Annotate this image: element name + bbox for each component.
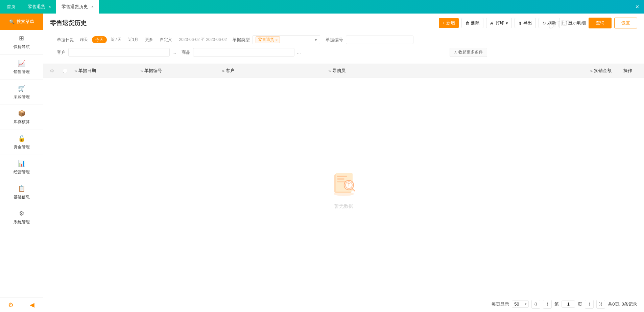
collapse-icon: ∧ <box>454 50 457 55</box>
fund-mgmt-icon: 🔒 <box>18 135 25 142</box>
tab-retail-return-history-close[interactable]: × <box>91 5 93 9</box>
system-mgmt-icon: ⚙ <box>19 210 24 217</box>
tab-retail-return-close[interactable]: × <box>49 5 51 9</box>
window-close-button[interactable]: × <box>630 0 644 14</box>
ops-mgmt-icon: 📊 <box>18 160 25 167</box>
date-option-today[interactable]: 今天 <box>92 36 107 43</box>
bill-type-dropdown-icon[interactable]: ▾ <box>315 37 317 42</box>
table-col-action: 操作 <box>614 68 641 74</box>
page-header: 零售退货历史 + 新增 🗑 删除 🖨 打印 ▾ ⬆ 导出 <box>43 14 644 64</box>
sidebar-settings-button[interactable]: ⚙ <box>0 297 22 312</box>
table-area: ⚙ ⇅ 单据日期 ⇅ 单据编号 ⇅ 客户 ⇅ 导购员 <box>43 64 644 296</box>
show-detail-checkbox[interactable] <box>563 21 567 25</box>
date-options: 昨天 今天 近7天 近1月 更多 自定义 <box>77 36 175 43</box>
basic-info-icon: 📋 <box>18 185 25 192</box>
sort-bill-no-icon[interactable]: ⇅ <box>140 69 143 73</box>
export-button[interactable]: ⬆ 导出 <box>515 18 536 28</box>
tab-home[interactable]: 首页 <box>0 0 22 14</box>
tab-list: 首页 零售退货 × 零售退货历史 × <box>0 0 630 14</box>
sidebar-collapse-button[interactable]: ◀ <box>22 297 43 312</box>
sidebar-item-fund-mgmt-label: 资金管理 <box>14 144 30 150</box>
filter-bill-type: 单据类型 零售退货 × ▾ <box>232 35 320 44</box>
goods-ellipsis[interactable]: ... <box>297 50 301 55</box>
show-detail-checkbox-label[interactable]: 显示明细 <box>563 20 586 26</box>
purchase-mgmt-icon: 🛒 <box>18 85 25 92</box>
total-info: 共0页, 0条记录 <box>608 301 637 307</box>
date-option-7days[interactable]: 近7天 <box>108 36 124 43</box>
sidebar-item-quick-nav[interactable]: ⊞ 快捷导航 <box>0 30 43 55</box>
select-all-checkbox[interactable] <box>63 69 67 73</box>
tab-home-label: 首页 <box>7 4 16 10</box>
sidebar-item-fund-mgmt[interactable]: 🔒 资金管理 <box>0 130 43 155</box>
date-option-custom[interactable]: 自定义 <box>157 36 175 43</box>
date-option-more[interactable]: 更多 <box>142 36 156 43</box>
filter-bill-no: 单据编号 <box>326 36 413 44</box>
table-col-date: ⇅ 单据日期 <box>72 68 138 74</box>
show-detail-label: 显示明细 <box>568 20 586 26</box>
table-col-customer: ⇅ 客户 <box>219 68 326 74</box>
print-button[interactable]: 🖨 打印 ▾ <box>486 18 512 28</box>
sidebar-item-ops-mgmt[interactable]: 📊 经营管理 <box>0 155 43 180</box>
sales-mgmt-icon: 📈 <box>18 60 25 67</box>
sidebar-item-inventory-calc[interactable]: 📦 库存核算 <box>0 105 43 130</box>
filter-row-1: 单据日期 昨天 今天 近7天 近1月 更多 自定义 2023-06-02 至 2… <box>57 35 630 44</box>
delete-button[interactable]: 🗑 删除 <box>461 18 483 28</box>
page-number-input[interactable] <box>562 300 575 308</box>
date-range-display: 2023-06-02 至 2023-06-02 <box>179 37 226 43</box>
last-page-button[interactable]: ⟩⟩ <box>596 300 605 309</box>
table-col-bill-no: ⇅ 单据编号 <box>138 68 219 74</box>
sidebar-item-system-mgmt[interactable]: ⚙ 系统管理 <box>0 205 43 230</box>
sidebar: 🔍 搜索菜单 ⊞ 快捷导航 📈 销售管理 🛒 采购管理 📦 库存核算 🔒 资金管… <box>0 14 43 312</box>
per-page-select[interactable]: 10 20 50 100 <box>512 300 529 308</box>
prev-page-button[interactable]: ⟨ <box>543 300 552 309</box>
filter-row-2: 客户 ... 商品 ... ∧ 收起更多条件 <box>57 48 630 57</box>
date-option-1month[interactable]: 近1月 <box>125 36 141 43</box>
refresh-button[interactable]: ↻ 刷新 <box>539 18 560 28</box>
content-area: 零售退货历史 + 新增 🗑 删除 🖨 打印 ▾ ⬆ 导出 <box>43 14 644 312</box>
collapse-label: 收起更多条件 <box>458 49 483 55</box>
table-col-checkbox[interactable] <box>58 69 72 73</box>
empty-illustration <box>327 164 361 198</box>
customer-ellipsis[interactable]: ... <box>172 50 176 55</box>
sidebar-item-system-mgmt-label: 系统管理 <box>14 219 30 225</box>
goods-label: 商品 <box>182 49 190 55</box>
bill-type-tag-remove[interactable]: × <box>276 38 278 42</box>
bill-type-input[interactable]: 零售退货 × ▾ <box>253 35 320 44</box>
sidebar-item-purchase-mgmt[interactable]: 🛒 采购管理 <box>0 80 43 105</box>
sidebar-item-sales-mgmt[interactable]: 📈 销售管理 <box>0 55 43 80</box>
export-icon: ⬆ <box>518 21 522 26</box>
toolbar: + 新增 🗑 删除 🖨 打印 ▾ ⬆ 导出 ↻ <box>439 18 637 28</box>
per-page-select-wrapper: 10 20 50 100 <box>512 300 529 308</box>
collapse-button[interactable]: ∧ 收起更多条件 <box>450 48 487 57</box>
tab-retail-return-history[interactable]: 零售退货历史 × <box>56 0 99 14</box>
page-title: 零售退货历史 <box>50 19 87 27</box>
tab-retail-return[interactable]: 零售退货 × <box>22 0 56 14</box>
query-button[interactable]: 查询 <box>589 18 612 28</box>
date-option-yesterday[interactable]: 昨天 <box>77 36 91 43</box>
goods-input[interactable] <box>193 48 294 57</box>
table-col-bill-no-label: 单据编号 <box>144 68 162 74</box>
sidebar-item-basic-info[interactable]: 📋 基础信息 <box>0 180 43 205</box>
customer-input[interactable] <box>68 48 170 57</box>
sort-guide-icon[interactable]: ⇅ <box>328 69 331 73</box>
bill-type-tag: 零售退货 × <box>256 36 280 43</box>
settings-button[interactable]: 设置 <box>614 18 637 28</box>
bill-no-input[interactable] <box>346 36 413 44</box>
tab-retail-return-label: 零售退货 <box>28 4 45 10</box>
print-chevron-icon: ▾ <box>506 21 508 26</box>
sidebar-search-button[interactable]: 🔍 搜索菜单 <box>0 14 43 30</box>
sidebar-bottom: ⚙ ◀ <box>0 297 43 312</box>
svg-line-8 <box>352 188 355 191</box>
sort-customer-icon[interactable]: ⇅ <box>222 69 224 73</box>
filter-date: 单据日期 昨天 今天 近7天 近1月 更多 自定义 2023-06-02 至 2… <box>57 36 227 43</box>
next-page-button[interactable]: ⟩ <box>585 300 594 309</box>
sort-date-icon[interactable]: ⇅ <box>74 69 77 73</box>
svg-rect-4 <box>337 178 344 180</box>
table-col-settings[interactable]: ⚙ <box>46 68 58 73</box>
refresh-icon: ↻ <box>542 21 546 26</box>
new-button[interactable]: + 新增 <box>439 18 459 28</box>
sidebar-search-label: 搜索菜单 <box>17 19 34 25</box>
table-col-amount-label: 实销金额 <box>594 68 612 74</box>
sort-amount-icon[interactable]: ⇅ <box>590 69 593 73</box>
first-page-button[interactable]: ⟨⟨ <box>531 300 540 309</box>
